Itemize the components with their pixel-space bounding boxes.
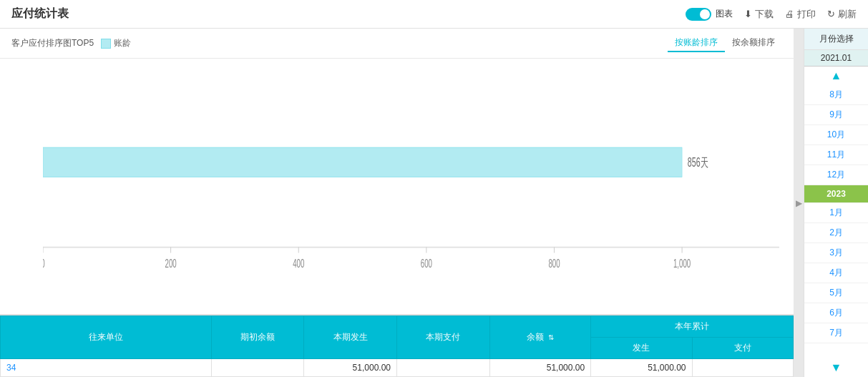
th-ytd-occur: 发生 xyxy=(591,338,692,359)
refresh-label: 刷新 xyxy=(838,8,857,21)
svg-text:800: 800 xyxy=(548,258,560,270)
table-area: 往来单位 期初余额 本期发生 本期支付 余额 ⇅ 本年累计 发生 xyxy=(0,314,794,377)
td-balance: 51,000.00 xyxy=(489,359,590,377)
print-icon: 🖨 xyxy=(785,9,794,19)
sort-by-balance-btn[interactable]: 按账龄排序 xyxy=(668,34,725,52)
svg-text:856天: 856天 xyxy=(688,155,708,169)
chart-label: 图表 xyxy=(716,8,733,20)
td-unit: 34 xyxy=(1,359,212,377)
chart-table-area: 客户应付排序图TOP5 账龄 按账龄排序 按余额排序 34 8 xyxy=(0,29,794,377)
sidebar-month-item[interactable]: 10月 xyxy=(804,125,868,145)
legend-account: 账龄 xyxy=(101,37,131,49)
th-ytd-pay: 支付 xyxy=(692,338,793,359)
legend-dot xyxy=(101,39,111,49)
data-table: 往来单位 期初余额 本期发生 本期支付 余额 ⇅ 本年累计 发生 xyxy=(0,315,794,377)
download-label: 下载 xyxy=(755,8,774,21)
th-unit: 往来单位 xyxy=(1,316,212,359)
sidebar-month-item[interactable]: 6月 xyxy=(804,303,868,323)
sidebar-month-item[interactable]: 1月 xyxy=(804,203,868,223)
header-actions: 图表 ⬇ 下载 🖨 打印 ↻ 刷新 xyxy=(686,8,857,21)
svg-rect-2 xyxy=(43,147,682,177)
expand-icon: ▶ xyxy=(796,198,802,208)
page-header: 应付统计表 图表 ⬇ 下载 🖨 打印 ↻ 刷新 xyxy=(0,0,868,29)
svg-text:200: 200 xyxy=(165,258,177,270)
print-action[interactable]: 🖨 打印 xyxy=(785,8,816,21)
td-opening xyxy=(211,359,304,377)
td-ytd-pay xyxy=(692,359,793,377)
sidebar-down-btn[interactable]: ▼ xyxy=(804,358,868,377)
main-body: 客户应付排序图TOP5 账龄 按账龄排序 按余额排序 34 8 xyxy=(0,29,868,377)
toggle-switch[interactable] xyxy=(686,8,711,21)
sidebar-month-item[interactable]: 11月 xyxy=(804,145,868,165)
th-balance: 余额 ⇅ xyxy=(489,316,590,359)
td-ytd-occur: 51,000.00 xyxy=(591,359,692,377)
sort-buttons: 按账龄排序 按余额排序 xyxy=(668,34,782,52)
sidebar-expand-handle[interactable]: ▶ xyxy=(794,29,804,377)
table-wrapper: 往来单位 期初余额 本期发生 本期支付 余额 ⇅ 本年累计 发生 xyxy=(0,315,794,377)
legend-bar: 客户应付排序图TOP5 账龄 按账龄排序 按余额排序 xyxy=(0,29,794,59)
download-icon: ⬇ xyxy=(744,9,752,19)
print-label: 打印 xyxy=(797,8,816,21)
sidebar-header: 月份选择 xyxy=(804,29,868,50)
sidebar-month-item[interactable]: 3月 xyxy=(804,243,868,263)
sidebar-up-btn[interactable]: ▲ xyxy=(804,67,868,85)
chart-toggle[interactable]: 图表 xyxy=(686,8,733,21)
svg-text:600: 600 xyxy=(421,258,432,270)
down-arrow-icon: ▼ xyxy=(831,361,842,373)
svg-text:1,000: 1,000 xyxy=(673,258,691,270)
table-row: 34 51,000.00 51,000.00 51,000.00 xyxy=(1,359,794,377)
unit-link[interactable]: 34 xyxy=(6,363,16,373)
sidebar-month-item[interactable]: 2月 xyxy=(804,223,868,243)
svg-text:0: 0 xyxy=(43,258,45,270)
th-opening: 期初余额 xyxy=(211,316,304,359)
sidebar-month-item[interactable]: 12月 xyxy=(804,165,868,185)
page-title: 应付统计表 xyxy=(11,6,69,21)
th-current-occur: 本期发生 xyxy=(304,316,397,359)
refresh-action[interactable]: ↻ 刷新 xyxy=(827,8,857,21)
sidebar-months: 8月9月10月11月12月20231月2月3月4月5月6月7月 xyxy=(804,85,868,358)
sidebar-month-item[interactable]: 8月 xyxy=(804,85,868,105)
balance-sort-icon: ⇅ xyxy=(548,333,554,341)
download-action[interactable]: ⬇ 下载 xyxy=(744,8,774,21)
chart-container: 34 856天 0 200 400 600 800 1,000 xyxy=(0,59,794,314)
sidebar: 月份选择 2021.01 ▲ 8月9月10月11月12月20231月2月3月4月… xyxy=(804,29,868,377)
th-ytd: 本年累计 xyxy=(591,316,794,338)
refresh-icon: ↻ xyxy=(827,9,835,19)
account-label: 账龄 xyxy=(114,37,131,49)
th-current-pay: 本期支付 xyxy=(397,316,490,359)
td-current-occur: 51,000.00 xyxy=(304,359,397,377)
td-current-pay xyxy=(397,359,490,377)
chart-svg: 34 856天 0 200 400 600 800 1,000 xyxy=(43,66,779,293)
sort-by-amount-btn[interactable]: 按余额排序 xyxy=(725,34,782,52)
sidebar-current-value: 2021.01 xyxy=(804,50,868,67)
legend-left: 客户应付排序图TOP5 账龄 xyxy=(11,37,131,49)
sidebar-month-item[interactable]: 2023 xyxy=(804,185,868,203)
sidebar-month-item[interactable]: 7月 xyxy=(804,323,868,343)
svg-text:400: 400 xyxy=(293,258,304,270)
chart-title-label: 客户应付排序图TOP5 xyxy=(11,37,94,49)
sidebar-month-item[interactable]: 9月 xyxy=(804,105,868,125)
sidebar-month-item[interactable]: 4月 xyxy=(804,263,868,283)
up-arrow-icon: ▲ xyxy=(831,69,842,82)
sidebar-month-item[interactable]: 5月 xyxy=(804,283,868,303)
